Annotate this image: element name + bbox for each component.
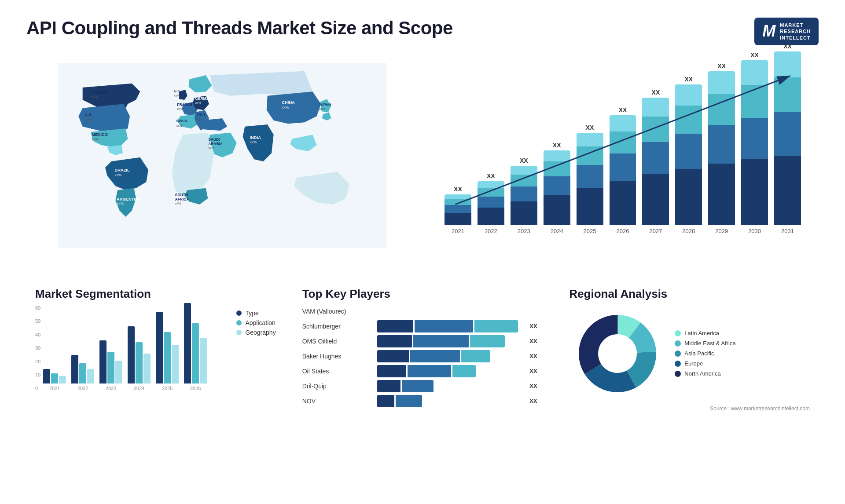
france-value: xx% (177, 107, 183, 111)
player-oms: OMS Oilfield XX (302, 335, 543, 347)
donut-chart-svg (569, 305, 666, 402)
segmentation-title: Market Segmentation (35, 287, 276, 301)
seg-group-2026: 2026 (184, 303, 207, 391)
segmentation-section: Market Segmentation 60 50 40 30 20 10 0 (26, 283, 285, 416)
map-section: CANADA xx% U.S. xx% MEXICO xx% BRAZIL xx… (26, 54, 418, 265)
seg-chart: 60 50 40 30 20 10 0 (35, 305, 214, 402)
germany-value: xx% (195, 101, 201, 105)
y-label-50: 50 (35, 318, 40, 324)
russia-shape (210, 71, 312, 96)
legend-application: Application (236, 319, 276, 326)
reg-legend-northamerica: North America (675, 370, 735, 377)
seg-group-2021: 2021 (43, 369, 66, 391)
map-container: CANADA xx% U.S. xx% MEXICO xx% BRAZIL xx… (35, 63, 409, 248)
player-drilquip: Dril-Quip XX (302, 380, 543, 392)
y-label-10: 10 (35, 372, 40, 377)
y-label-0: 0 (35, 386, 40, 391)
spain-label: SPAIN (176, 119, 187, 123)
players-section: Top Key Players VAM (Vallourec) Schlumbe… (294, 283, 552, 416)
turkey-shape (200, 118, 228, 131)
players-title: Top Key Players (302, 287, 543, 301)
logo-letter: M (762, 22, 775, 40)
italy-value: xx% (195, 117, 202, 121)
y-label-60: 60 (35, 305, 40, 310)
bar-2026: XX 2026 (610, 106, 636, 234)
india-value: xx% (250, 140, 257, 144)
bar-2029: XX 2029 (708, 62, 735, 234)
player-schlumberger: Schlumberger XX (302, 320, 543, 332)
seg-group-2022: 2022 (71, 355, 94, 391)
y-label-40: 40 (35, 332, 40, 337)
mexico-value: xx% (92, 137, 99, 141)
seg-group-2024: 2024 (128, 326, 151, 391)
player-oilstates: Oil States XX (302, 365, 543, 377)
seg-legend: Type Application Geography (219, 310, 276, 402)
page: API Coupling and Threads Market Size and… (0, 0, 845, 504)
donut-area: Latin America Middle East & Africa Asia … (569, 305, 810, 402)
bar-2024: XX 2024 (544, 142, 570, 234)
france-label: FRANCE (177, 102, 192, 107)
bar-2027: XX 2027 (642, 89, 669, 234)
y-label-20: 20 (35, 359, 40, 364)
japan-value: xx% (319, 107, 325, 111)
regional-legend: Latin America Middle East & Africa Asia … (675, 330, 735, 377)
seg-group-2023: 2023 (99, 340, 122, 391)
donut-hole (599, 335, 636, 372)
spain-value: xx% (176, 124, 182, 128)
canada-label: CANADA (91, 90, 109, 95)
bar-2025: XX 2025 (577, 124, 603, 234)
reg-legend-asia: Asia Pacific (675, 350, 735, 357)
mexico-label: MEXICO (92, 132, 108, 137)
logo-text: MARKET RESEARCH INTELLECT (780, 22, 811, 41)
legend-type: Type (236, 310, 276, 317)
italy-label: ITALY (195, 113, 206, 117)
us-label: U.S. (84, 113, 92, 117)
seg-group-2025: 2025 (156, 312, 179, 391)
bar-2031: XX 2031 (774, 43, 801, 234)
bar-2021: XX 2021 (445, 186, 471, 234)
southafrica-value: xx% (175, 201, 181, 205)
legend-geography: Geography (236, 329, 276, 336)
reg-legend-mea: Middle East & Africa (675, 340, 735, 347)
india-label: INDIA (250, 135, 261, 140)
bottom-grid: Market Segmentation 60 50 40 30 20 10 0 (26, 283, 819, 416)
player-vam: VAM (Vallourec) (302, 305, 543, 318)
brazil-label: BRAZIL (114, 168, 129, 172)
argentina-label: ARGENTINA (117, 197, 141, 201)
player-baker: Baker Hughes XX (302, 350, 543, 362)
logo-area: M MARKET RESEARCH INTELLECT (754, 18, 819, 45)
china-label: CHINA (282, 100, 295, 105)
bar-2023: XX 2023 (511, 157, 537, 234)
bar-2022: XX 2022 (478, 172, 504, 234)
players-list: VAM (Vallourec) Schlumberger XX O (302, 305, 543, 407)
bar-chart-section: XX 2021 XX (427, 54, 819, 265)
saudi-label2: ARABIA (208, 142, 223, 146)
us-value: xx% (84, 117, 92, 121)
world-map-svg: CANADA xx% U.S. xx% MEXICO xx% BRAZIL xx… (35, 63, 409, 248)
logo-box: M MARKET RESEARCH INTELLECT (754, 18, 819, 45)
china-value: xx% (282, 105, 289, 109)
southafrica-label2: AFRICA (175, 197, 189, 201)
reg-legend-europe: Europe (675, 360, 735, 367)
header: API Coupling and Threads Market Size and… (26, 18, 819, 45)
main-grid: CANADA xx% U.S. xx% MEXICO xx% BRAZIL xx… (26, 54, 819, 274)
regional-section: Regional Analysis (560, 283, 819, 416)
regional-title: Regional Analysis (569, 287, 810, 301)
japan-label: JAPAN (319, 102, 331, 107)
uk-label: U.K. (174, 89, 181, 93)
canada-value: xx% (91, 95, 98, 99)
source-text: Source : www.marketresearchintellect.com (569, 405, 810, 412)
reg-legend-latin: Latin America (675, 330, 735, 336)
page-title: API Coupling and Threads Market Size and… (26, 18, 453, 39)
uk-value: xx% (174, 93, 180, 97)
brazil-value: xx% (114, 172, 121, 177)
germany-label: GERMANY (195, 96, 214, 101)
y-label-30: 30 (35, 345, 40, 351)
bar-2028: XX 2028 (675, 76, 702, 234)
argentina-value: xx% (117, 201, 124, 206)
saudi-value: xx% (208, 146, 214, 150)
bar-2030: XX 2030 (741, 51, 768, 234)
player-nov: NOV XX (302, 395, 543, 407)
